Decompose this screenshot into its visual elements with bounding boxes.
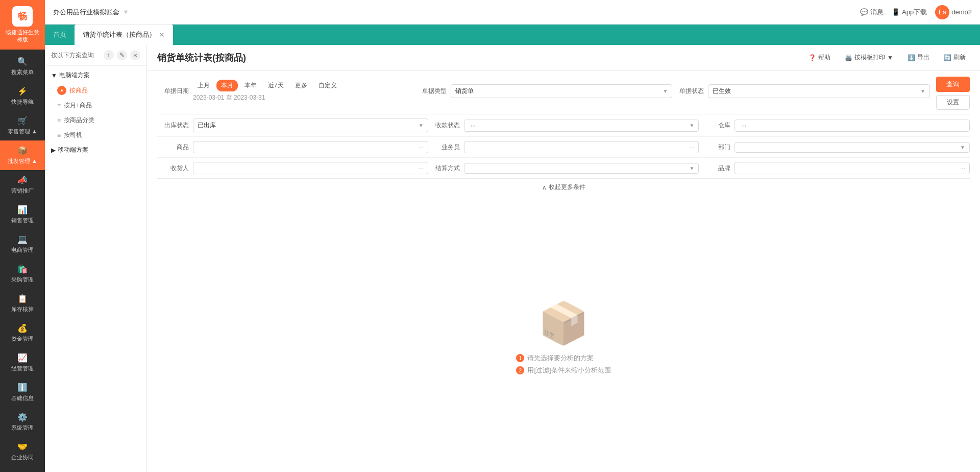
salesperson-input[interactable]: ··· [464, 141, 699, 153]
receiver-label: 收货人 [157, 164, 193, 173]
left-panel-actions: + ✎ « [104, 50, 140, 60]
sidebar-item-operation[interactable]: 📈经营管理 [0, 348, 45, 377]
receive-status-select[interactable]: ··· ▼ [464, 120, 699, 132]
left-panel-title: 按以下方案查询 [51, 51, 94, 60]
date-tab-本月[interactable]: 本月 [216, 80, 238, 91]
receiver-dots-icon: ··· [419, 164, 424, 172]
out-status-arrow-icon: ▼ [419, 123, 424, 128]
tree-item-icon: ≡ [57, 117, 61, 124]
tab-bar: 首页销货单统计表（按商品）✕ [45, 25, 980, 45]
brand-input[interactable]: ··· [734, 162, 970, 174]
message-button[interactable]: 💬 消息 [860, 8, 884, 17]
tree-group-title-移动端方案[interactable]: ▶移动端方案 [45, 143, 146, 157]
sidebar-item-newbie[interactable]: 🎯新手引导 [0, 466, 45, 472]
sidebar-icon-enterprise: 🤝 [17, 442, 28, 452]
refresh-button[interactable]: 🔄 刷新 [940, 51, 970, 64]
out-status-select[interactable]: 已出库 ▼ [193, 119, 428, 132]
add-scheme-button[interactable]: + [104, 50, 114, 60]
sidebar-item-basic[interactable]: ℹ️基础信息 [0, 377, 45, 407]
tab-label-home: 首页 [53, 30, 66, 39]
date-tab-更多[interactable]: 更多 [290, 80, 312, 91]
settlement-select[interactable]: ▼ [464, 163, 699, 174]
sidebar-label-purchase: 采购管理 [11, 276, 34, 284]
date-tab-本年[interactable]: 本年 [240, 80, 261, 91]
sidebar-item-retail[interactable]: 🛒零售管理 ▲ [0, 111, 45, 140]
sidebar-item-quick-nav[interactable]: ⚡快捷导航 [0, 81, 45, 111]
sidebar-icon-system: ⚙️ [17, 412, 28, 422]
sidebar-item-purchase[interactable]: 🛍️采购管理 [0, 259, 45, 289]
doc-status-select[interactable]: 已生效 ▼ [708, 84, 930, 98]
tree-item-by-category[interactable]: ≡按商品分类 [45, 113, 146, 128]
warehouse-dots-icon: ··· [741, 122, 746, 129]
topbar-right: 💬 消息 📱 App下载 Ea demo2 [860, 5, 972, 19]
date-tab-自定义[interactable]: 自定义 [314, 80, 341, 91]
app-download-button[interactable]: 📱 App下载 [892, 8, 927, 17]
sidebar-label-sales: 销售管理 [11, 217, 34, 224]
sidebar-label-finance: 资金管理 [11, 335, 34, 343]
sidebar-icon-purchase: 🛍️ [17, 264, 28, 274]
tree-item-by-month-product[interactable]: ≡按月+商品 [45, 98, 146, 113]
warehouse-select[interactable]: ··· [734, 120, 970, 132]
page-actions: ❓ 帮助 🖨️ 按模板打印 ▼ ⬇️ 导出 🔄 刷新 [804, 51, 970, 64]
receiver-input[interactable]: ··· [193, 162, 428, 174]
tree-item-label: 按月+商品 [64, 101, 92, 110]
edit-scheme-button[interactable]: ✎ [117, 50, 127, 60]
receive-status-arrow-icon: ▼ [689, 123, 694, 128]
tab-home[interactable]: 首页 [45, 25, 75, 45]
doc-type-select[interactable]: 销货单 ▼ [451, 84, 673, 98]
sidebar-label-operation: 经营管理 [11, 365, 34, 372]
export-button[interactable]: ⬇️ 导出 [903, 51, 934, 64]
collapse-panel-button[interactable]: « [130, 50, 140, 60]
sidebar-item-system[interactable]: ⚙️系统管理 [0, 407, 45, 437]
user-profile-button[interactable]: Ea demo2 [935, 5, 972, 19]
tab-close-sales-stat[interactable]: ✕ [159, 31, 165, 39]
sidebar-label-ecommerce: 电商管理 [11, 246, 34, 254]
tab-sales-stat[interactable]: 销货单统计表（按商品）✕ [75, 25, 173, 45]
sidebar-logo[interactable]: 畅 畅捷通好生意 标版 [0, 0, 45, 50]
hint-num-2: 2 [516, 366, 524, 374]
date-label: 单据日期 [157, 87, 193, 96]
filter-area: 单据日期 上月本月本年近7天更多自定义 2023-03-01 至 2023-03… [147, 70, 980, 202]
sidebar-item-search[interactable]: 🔍搜索菜单 [0, 52, 45, 81]
sidebar: 畅 畅捷通好生意 标版 🔍搜索菜单⚡快捷导航🛒零售管理 ▲📦批发管理 ▲📣营销推… [0, 0, 45, 472]
tree-item-icon: ≡ [57, 102, 61, 109]
export-icon: ⬇️ [908, 54, 915, 61]
sidebar-item-sales[interactable]: 📊销售管理 [0, 200, 45, 229]
date-tab-上月[interactable]: 上月 [193, 80, 214, 91]
tree-group-title-电脑端方案[interactable]: ▼电脑端方案 [45, 68, 146, 83]
collapse-bar[interactable]: ∧ 收起更多条件 [157, 178, 970, 196]
salesperson-label: 业务员 [428, 143, 464, 152]
department-select[interactable]: ▼ [734, 142, 970, 153]
product-input[interactable]: ··· [193, 141, 428, 153]
sidebar-item-inventory[interactable]: 📋库存核算 [0, 289, 45, 318]
tree-item-label: 按商品 [69, 86, 88, 95]
tree-item-by-machine[interactable]: ≡按司机 [45, 128, 146, 143]
sidebar-label-quick-nav: 快捷导航 [11, 98, 34, 106]
tree-item-icon: ≡ [57, 132, 61, 139]
sidebar-item-enterprise[interactable]: 🤝企业协同 [0, 437, 45, 466]
tree-group-电脑端方案: ▼电脑端方案●按商品≡按月+商品≡按商品分类≡按司机 [45, 68, 146, 143]
sidebar-item-marketing[interactable]: 📣营销推广 [0, 170, 45, 200]
receive-status-label: 收款状态 [428, 121, 464, 130]
help-icon: ❓ [808, 54, 816, 61]
sidebar-icon-wholesale: 📦 [17, 146, 28, 155]
template-print-button[interactable]: 🖨️ 按模板打印 ▼ [841, 51, 897, 64]
sidebar-item-ecommerce[interactable]: 💻电商管理 [0, 229, 45, 259]
date-tab-近7天[interactable]: 近7天 [263, 80, 288, 91]
tab-label-sales-stat: 销货单统计表（按商品） [83, 30, 156, 39]
page-title: 销货单统计表(按商品) [157, 52, 804, 64]
sidebar-icon-ecommerce: 💻 [17, 234, 28, 244]
breadcrumb: 办公用品行业模拟账套 ▼ [53, 8, 854, 17]
message-icon: 💬 [860, 8, 868, 16]
help-button[interactable]: ❓ 帮助 [804, 51, 835, 64]
setting-button[interactable]: 设置 [936, 95, 970, 110]
sidebar-item-wholesale[interactable]: 📦批发管理 ▲ [0, 140, 45, 170]
warehouse-label: 仓库 [699, 121, 734, 130]
sidebar-icon-finance: 💰 [17, 323, 28, 333]
tree-item-by-product[interactable]: ●按商品 [45, 83, 146, 98]
user-label: demo2 [951, 8, 972, 16]
breadcrumb-text: 办公用品行业模拟账套 [53, 8, 119, 17]
empty-hint-1: 1 请先选择要分析的方案 [516, 353, 610, 363]
sidebar-item-finance[interactable]: 💰资金管理 [0, 318, 45, 348]
query-button[interactable]: 查询 [936, 77, 970, 92]
